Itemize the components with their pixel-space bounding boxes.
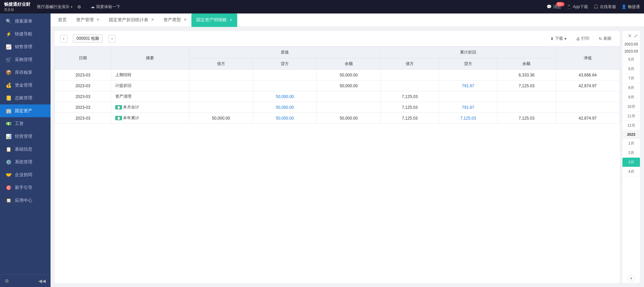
cell-ov-debit (189, 102, 253, 113)
sidebar-item-guide[interactable]: 🎯 新手引导 (0, 181, 51, 194)
headset-icon: 🎧 (593, 4, 599, 9)
tab-depreciation-stat[interactable]: 固定资产折旧统计表 ✕ (104, 13, 159, 27)
nav-next-btn[interactable]: › (108, 35, 116, 42)
nav-down-btn[interactable]: ▾ (628, 275, 635, 282)
tab-asset-type-close[interactable]: ✕ (184, 18, 187, 22)
month-item[interactable]: 3月 (622, 158, 640, 167)
th-accumulated-depreciation: 累计折旧 (380, 47, 556, 58)
cell-ov-balance: 50,000.00 (317, 113, 380, 124)
cell-ad-balance: 7,125.03 (497, 113, 556, 124)
sidebar-item-quick-nav[interactable]: ⚡ 快捷导航 (0, 28, 51, 40)
close-panel-icon[interactable]: ✕ (628, 33, 632, 38)
app-download-btn[interactable]: 📱 App下载 (566, 4, 588, 10)
tab-asset-detail[interactable]: 固定资产明细账 ✕ (191, 13, 237, 27)
th-ov-debit: 借方 (189, 58, 253, 70)
data-table-wrapper: 日期 摘要 原值 累计折旧 净值 借方 贷方 余额 借方 (55, 46, 620, 283)
month-item[interactable]: 2023 (622, 130, 640, 139)
sidebar-label-app-center: 应用中心 (15, 197, 32, 203)
month-item[interactable]: 11月 (622, 111, 640, 121)
user-avatar[interactable]: 👤 畅捷通 (621, 4, 640, 10)
tab-asset-detail-label: 固定资产明细账 (196, 17, 227, 23)
print-icon: 🖨 (576, 36, 580, 41)
sidebar-item-system[interactable]: ⚙️ 系统管理 (0, 156, 51, 168)
month-item[interactable]: 1月 (622, 139, 640, 148)
month-item[interactable]: 12月 (622, 121, 640, 130)
asset-code-tag: 000001 电脑 (73, 34, 103, 43)
sidebar-item-sales[interactable]: 📈 销售管理 (0, 40, 51, 53)
cell-ad-credit: 791.67 (439, 81, 497, 91)
th-net-value: 净值 (556, 47, 619, 70)
collapse-icon[interactable]: ◀◀ (38, 278, 46, 284)
sidebar-item-collaboration[interactable]: 🤝 企业协同 (0, 168, 51, 181)
month-item[interactable]: 5月 (622, 55, 640, 64)
month-item[interactable]: 9月 (622, 93, 640, 102)
online-service-btn[interactable]: 🎧 在线客服 (593, 4, 616, 10)
cell-net-value (556, 91, 619, 102)
th-ad-debit: 借方 (380, 58, 439, 70)
sidebar-label-quick-nav: 快捷导航 (15, 31, 32, 37)
sidebar-label-ledger: 总账管理 (15, 95, 32, 101)
cell-ad-debit: 7,125.03 (380, 102, 439, 113)
download-btn[interactable]: ⬇ 下载 ▾ (548, 34, 569, 43)
cell-ov-credit: 50,000.00 (253, 102, 317, 113)
sidebar-item-app-center[interactable]: 🔲 应用中心 (0, 194, 51, 207)
tab-asset-type[interactable]: 资产类型 ✕ (159, 13, 191, 27)
settings-icon[interactable]: ⚙ (77, 4, 81, 9)
sidebar-item-purchase[interactable]: 🛒 采购管理 (0, 53, 51, 66)
company-selector[interactable]: 医疗器械行业演示 ▾ (37, 4, 72, 10)
sidebar-item-basic-info[interactable]: 📋 基础信息 (0, 143, 51, 156)
tab-asset-mgmt-label: 资产管理 (76, 17, 94, 23)
cell-ov-debit (189, 81, 253, 91)
sidebar-item-finance[interactable]: 💰 资金管理 (0, 79, 51, 92)
sidebar-item-ledger[interactable]: 📒 总账管理 (0, 92, 51, 104)
experience-btn[interactable]: ☁ 我要体验一下 (91, 4, 120, 10)
toolbar-right: ⬇ 下载 ▾ 🖨 打印 ↻ 刷新 (548, 34, 614, 43)
sidebar-item-search[interactable]: 🔍 搜索菜单 (0, 15, 51, 28)
month-item[interactable]: 10月 (622, 102, 640, 111)
right-panel: ✕ ⤢ 2023.03 2023.03 5月6月7月8月9月10月11月12月2… (622, 31, 640, 283)
month-item[interactable]: 7月 (622, 74, 640, 83)
nav-prev-btn[interactable]: ‹ (60, 35, 67, 42)
month-item[interactable]: 4月 (622, 167, 640, 177)
expand-panel-icon[interactable]: ⤢ (634, 33, 638, 38)
tab-bar: 首页 资产管理 ✕ 固定资产折旧统计表 ✕ 资产类型 ✕ 固定资产明细账 ✕ (51, 13, 644, 27)
sidebar-item-payroll[interactable]: 💵 工资 (0, 117, 51, 130)
data-table: 日期 摘要 原值 累计折旧 净值 借方 贷方 余额 借方 (55, 46, 620, 124)
print-btn[interactable]: 🖨 打印 (573, 34, 592, 43)
cell-ad-credit (439, 70, 497, 81)
settings-bottom-icon[interactable]: ⚙ (5, 278, 9, 284)
tab-home[interactable]: 首页 (53, 13, 71, 27)
sidebar-item-fixed-assets[interactable]: 🏢 固定资产 (0, 104, 51, 117)
purchase-icon: 🛒 (5, 57, 11, 63)
table-row: 2023-03 📋本月合计 50,000.00 7,125.03 791.67 (55, 102, 620, 113)
top-bar: 畅捷通好业财 普及版 医疗器械行业演示 ▾ ⚙ ☁ 我要体验一下 💬 消息 99… (0, 0, 644, 13)
th-original-value: 原值 (189, 47, 380, 58)
sidebar-item-operations[interactable]: 📊 经营管理 (0, 130, 51, 143)
cell-ad-debit (380, 81, 439, 91)
tab-asset-detail-close[interactable]: ✕ (229, 18, 233, 22)
collaboration-icon: 🤝 (5, 172, 11, 178)
tab-asset-mgmt[interactable]: 资产管理 ✕ (71, 13, 104, 27)
month-item[interactable]: 6月 (622, 64, 640, 74)
cell-net-value (556, 102, 619, 113)
dropdown-arrow-icon: ▾ (71, 5, 72, 9)
tab-asset-mgmt-close[interactable]: ✕ (96, 18, 99, 22)
cell-ad-balance: 6,333.36 (497, 70, 556, 81)
period-label-top: 2023.03 (622, 41, 640, 48)
month-item[interactable]: 8月 (622, 83, 640, 93)
cell-ov-credit: 50,000.00 (253, 113, 317, 124)
sidebar-item-inventory[interactable]: 📦 库存核算 (0, 66, 51, 79)
system-icon: ⚙️ (5, 159, 11, 165)
tab-depreciation-stat-close[interactable]: ✕ (151, 18, 154, 22)
cell-date: 2023-03 (55, 70, 111, 81)
sidebar-bottom: ⚙ ◀◀ (0, 275, 51, 287)
cell-ad-balance (497, 91, 556, 102)
cell-ad-debit: 7,125.03 (380, 91, 439, 102)
month-item[interactable]: 2月 (622, 148, 640, 158)
tab-depreciation-stat-label: 固定资产折旧统计表 (109, 17, 148, 23)
refresh-btn[interactable]: ↻ 刷新 (596, 34, 614, 43)
messages-btn[interactable]: 💬 消息 99+ (547, 4, 561, 10)
sidebar-menu: 🔍 搜索菜单 ⚡ 快捷导航 📈 销售管理 🛒 采购管理 📦 库存核算 💰 (0, 13, 51, 275)
cell-ad-debit: 7,125.03 (380, 113, 439, 124)
search-icon: 🔍 (5, 18, 11, 24)
